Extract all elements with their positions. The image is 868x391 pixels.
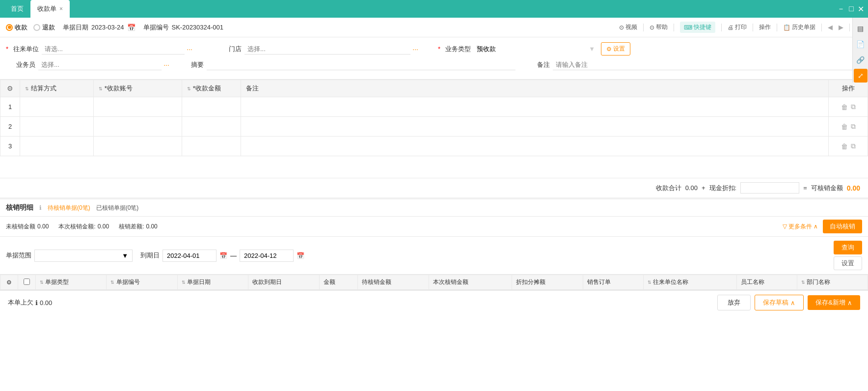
date-to-input[interactable] — [240, 250, 294, 262]
cell-settlement-2[interactable] — [20, 117, 94, 137]
hx-pending-tab[interactable]: 待核销单据(0笔) — [48, 204, 90, 212]
print-btn[interactable]: 🖨 打印 — [728, 23, 747, 31]
form-settings-btn[interactable]: ⚙ 设置 — [601, 42, 630, 56]
hx-done-tab[interactable]: 已核销单据(0笔) — [96, 204, 139, 212]
cell-account-3[interactable] — [94, 137, 182, 156]
delete-icon-2[interactable]: 🗑 — [841, 123, 848, 131]
bth-gear[interactable]: ⚙ — [0, 275, 18, 290]
cell-remark-3[interactable] — [241, 137, 829, 156]
cell-remark-2[interactable] — [241, 117, 829, 137]
delete-icon-1[interactable]: 🗑 — [841, 103, 848, 111]
business-type-dropdown-icon[interactable]: ▼ — [589, 45, 595, 53]
sidebar-doc-icon[interactable]: 📄 — [854, 37, 868, 51]
tab-collection[interactable]: 收款单 × — [30, 0, 70, 18]
nav-prev-icon[interactable]: ◀ — [828, 24, 833, 31]
diff-label: 核销差额: — [119, 223, 144, 231]
chevron-up-icon: ∧ — [814, 223, 818, 230]
maximize-btn[interactable]: □ — [849, 4, 854, 13]
calendar-icon-from[interactable]: 📅 — [219, 252, 227, 259]
operation-btn[interactable]: 操作 — [759, 23, 771, 31]
table-row: 3 🗑 ⧉ — [0, 137, 868, 156]
abandon-btn[interactable]: 放弃 — [717, 295, 751, 310]
range-select[interactable]: ▼ — [34, 250, 133, 262]
carry-info-icon[interactable]: ℹ — [35, 299, 38, 307]
staff-input[interactable] — [38, 59, 162, 70]
calendar-icon-to[interactable]: 📅 — [297, 252, 304, 259]
remark-input[interactable] — [553, 59, 862, 70]
bottom-table: ⚙ ⇅ 单据类型 ⇅ 单据编号 — [0, 275, 868, 290]
cell-remark-1[interactable] — [241, 97, 829, 117]
action-cell-3: 🗑 ⧉ — [829, 137, 868, 156]
th-account: ⇅ *收款账号 — [94, 80, 182, 97]
history-btn[interactable]: 📋 历史单据 — [783, 23, 815, 31]
this-cancel-label: 本次核销金额: — [58, 223, 95, 231]
operation-label: 操作 — [759, 23, 771, 31]
query-btn[interactable]: 查询 — [834, 241, 862, 254]
radio-refund[interactable]: 退款 — [33, 23, 55, 32]
date-value: 2023-03-24 — [91, 24, 124, 31]
th-settlement: ⇅ 结算方式 — [20, 80, 94, 97]
date-from-input[interactable] — [163, 250, 217, 262]
equals-sign: = — [803, 184, 807, 192]
nav-next-icon[interactable]: ▶ — [839, 24, 843, 31]
bth-doc-type: ⇅ 单据类型 — [36, 275, 107, 290]
store-input[interactable] — [244, 44, 410, 55]
discount-input[interactable] — [740, 182, 799, 194]
summary-row: 收款合计 0.00 + 现金折扣: = 可核销金额 0.00 — [0, 178, 868, 197]
divider-1 — [643, 24, 644, 31]
th-account-label: *收款账号 — [105, 84, 133, 92]
staff-more-btn[interactable]: ··· — [163, 61, 169, 69]
shortcut-btn[interactable]: ⌨ 快捷键 — [680, 22, 715, 33]
history-label: 历史单据 — [792, 23, 815, 31]
video-btn[interactable]: ⊙ 视频 — [619, 23, 637, 31]
copy-icon-1[interactable]: ⧉ — [851, 103, 856, 111]
save-new-btn[interactable]: 保存&新增 ∧ — [808, 295, 860, 310]
select-all-checkbox[interactable] — [24, 279, 30, 285]
copy-icon-2[interactable]: ⧉ — [851, 122, 856, 131]
cell-settlement-1[interactable] — [20, 97, 94, 117]
close-btn[interactable]: ✕ — [858, 4, 864, 14]
tab-close-btn[interactable]: × — [59, 5, 63, 12]
date-range: 📅 — 📅 — [163, 250, 304, 262]
bth-dept-name: ⇅ 部门名称 — [797, 275, 868, 290]
counterpart-more-btn[interactable]: ··· — [187, 45, 192, 53]
receipt-type-radio-group: 收款 退款 — [6, 23, 55, 32]
minimize-btn[interactable]: － — [837, 4, 845, 14]
tab-home[interactable]: 首页 — [4, 0, 30, 18]
store-more-btn[interactable]: ··· — [412, 45, 418, 53]
total-label: 收款合计 — [656, 184, 681, 193]
cell-amount-2[interactable] — [182, 117, 241, 137]
this-cancel-value: 0.00 — [98, 223, 109, 230]
auto-cancel-btn[interactable]: 自动核销 — [823, 220, 862, 233]
cell-account-2[interactable] — [94, 117, 182, 137]
this-cancel-stat: 本次核销金额: 0.00 — [58, 223, 109, 231]
help-btn[interactable]: ⊙ 帮助 — [650, 23, 668, 31]
due-date-filter-field: 到期日 📅 — 📅 — [140, 250, 304, 262]
cell-amount-3[interactable] — [182, 137, 241, 156]
print-icon: 🖨 — [728, 24, 733, 31]
th-action-label: 操作 — [842, 84, 855, 92]
sidebar-expand-icon[interactable]: ⤢ — [854, 69, 868, 83]
save-new-label: 保存&新增 — [815, 298, 845, 307]
delete-icon-3[interactable]: 🗑 — [841, 142, 848, 150]
cell-amount-1[interactable] — [182, 97, 241, 117]
divider-6 — [821, 24, 822, 31]
cell-settlement-3[interactable] — [20, 137, 94, 156]
filter-settings-btn[interactable]: 设置 — [834, 256, 862, 270]
more-conditions-btn[interactable]: ▽ 更多条件 ∧ — [783, 223, 818, 231]
sidebar-table-icon[interactable]: ▤ — [854, 22, 868, 35]
copy-icon-3[interactable]: ⧉ — [851, 142, 856, 150]
save-draft-btn[interactable]: 保存草稿 ∧ — [755, 295, 804, 310]
toolbar: 收款 退款 单据日期 2023-03-24 📅 单据编号 SK-20230324… — [0, 18, 868, 37]
calendar-icon[interactable]: 📅 — [127, 24, 136, 31]
sidebar-link-icon[interactable]: 🔗 — [854, 53, 868, 67]
bth-checkbox[interactable] — [18, 275, 36, 290]
range-filter-field: 单据范围 ▼ — [6, 250, 133, 262]
counterpart-input[interactable] — [42, 44, 185, 55]
radio-collection[interactable]: 收款 — [6, 23, 27, 32]
summary-input[interactable] — [207, 59, 516, 70]
hx-info-icon[interactable]: ℹ — [39, 204, 42, 211]
store-label: 门店 — [212, 45, 242, 54]
th-gear[interactable]: ⚙ — [0, 80, 20, 97]
cell-account-1[interactable] — [94, 97, 182, 117]
